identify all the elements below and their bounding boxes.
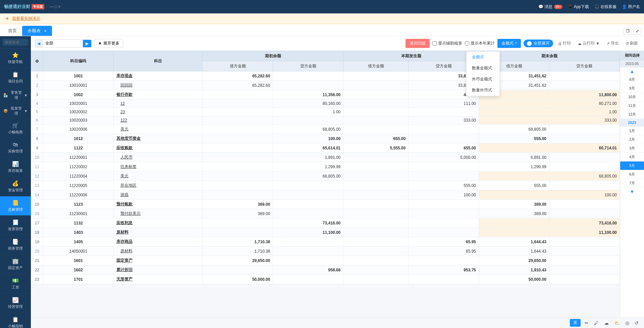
print-btn[interactable]: 🖨 打印 <box>556 39 573 48</box>
cell-name[interactable]: 应收账款 <box>113 143 202 153</box>
period-year-label-2023[interactable]: 2023 <box>620 119 644 127</box>
show-year-total-checkbox[interactable]: 显示本年累计 <box>465 41 495 46</box>
cell-name[interactable]: 原材料 <box>113 228 202 237</box>
cell-name[interactable]: 银行存款 <box>113 90 202 100</box>
cell-name[interactable]: 游戏 <box>113 190 202 200</box>
cell-name[interactable]: 预付账款 <box>113 200 202 209</box>
tab-balance[interactable]: 余额表 ✕ <box>22 26 52 36</box>
cell-name[interactable]: 所在地区 <box>113 181 202 190</box>
sidebar-item-quick-nav[interactable]: ⭐ 快捷导航 <box>0 49 31 68</box>
user-avatar[interactable]: 👤 用户名 <box>622 4 640 10</box>
window-restore-btn[interactable]: ❐ <box>624 28 632 35</box>
period-month-4[interactable]: 4月 <box>620 153 644 161</box>
sidebar-item-invoice[interactable]: 🧾 发票管理 <box>0 216 31 235</box>
cell-code[interactable]: 1001 <box>43 71 114 81</box>
cell-name[interactable]: 23 <box>113 108 202 116</box>
cell-name[interactable]: 固定资产 <box>113 256 202 265</box>
period-month-1[interactable]: 1月 <box>620 127 644 135</box>
cell-code[interactable]: 1403 <box>43 228 114 237</box>
cell-code[interactable]: 1002 <box>43 90 114 100</box>
sidebar-item-retail[interactable]: 🏪 零售管理 ▼ <box>0 87 31 103</box>
sidebar-item-expense[interactable]: 📋 小畅报销 <box>0 313 31 328</box>
cell-name[interactable]: 美元 <box>113 172 202 181</box>
cell-name[interactable]: 122 <box>113 116 202 125</box>
cell-name[interactable]: 回回回 <box>113 81 202 90</box>
style-btn[interactable]: 金额式 ^ <box>497 39 521 48</box>
refresh-btn[interactable]: ↺ 刷新 <box>624 39 640 48</box>
period-up-btn[interactable]: ▲ <box>620 67 644 75</box>
cell-code[interactable]: 14050001 <box>43 247 114 256</box>
cell-name[interactable]: 美元 <box>113 125 202 134</box>
expand-more-btn[interactable]: ▼ 展开更多 <box>94 39 123 48</box>
period-month-6[interactable]: 6月 <box>620 170 644 179</box>
dropdown-item-qty-amount[interactable]: 数量金额式 <box>467 63 499 74</box>
cell-name[interactable]: 原材料 <box>113 247 202 256</box>
sidebar-item-inventory[interactable]: 📊 库存核算 <box>0 157 31 177</box>
dropdown-item-amount[interactable]: 金额式 <box>467 52 499 63</box>
cell-name[interactable]: 累计折旧 <box>113 265 202 275</box>
tab-close-btn[interactable]: ✕ <box>44 29 47 33</box>
cell-code[interactable]: 11220005 <box>43 181 114 190</box>
messages-btn[interactable]: 💬 消息 99+ <box>538 4 562 10</box>
cell-code[interactable]: 11220004 <box>43 172 114 181</box>
dropdown-item-foreign-amount[interactable]: 外币金额式 <box>467 74 499 85</box>
sidebar-item-salary[interactable]: 💵 工资 <box>0 274 31 293</box>
period-down-btn[interactable]: ▼ <box>620 188 644 196</box>
period-month-10[interactable]: 10月 <box>620 93 644 102</box>
cell-code[interactable]: 10010001 <box>43 81 114 90</box>
back-to-old-btn[interactable]: 退回旧版 <box>406 39 430 48</box>
cell-code[interactable]: 10020003 <box>43 116 114 125</box>
cell-code[interactable]: 1601 <box>43 256 114 265</box>
search-fwd-btn[interactable]: ▶ <box>83 40 91 47</box>
demo-label[interactable]: 我要看实例演示 <box>12 16 40 21</box>
cloud-icon-btn[interactable]: ☁ <box>603 320 610 326</box>
window-expand-btn[interactable]: ⤢ <box>633 28 641 35</box>
period-month-9[interactable]: 9月 <box>620 84 644 93</box>
cell-name[interactable]: 库存商品 <box>113 237 202 247</box>
cell-name[interactable]: 人民币 <box>113 153 202 162</box>
cloud2-icon-btn[interactable]: ⛅ <box>613 320 621 326</box>
refresh-small-btn[interactable]: ↺ <box>633 320 640 326</box>
circle-icon-btn[interactable]: ◎ <box>624 320 631 326</box>
settings-gear-icon[interactable]: ⚙ <box>35 59 39 64</box>
dropdown-item-qty-foreign[interactable]: 数量外币式 <box>467 85 499 96</box>
export-btn[interactable]: ↗ 导出 <box>604 39 621 48</box>
pen-icon-btn[interactable]: 🖊 <box>593 320 600 326</box>
period-month-5[interactable]: 5月 <box>620 161 644 170</box>
cell-code[interactable]: 1405 <box>43 237 114 247</box>
sidebar-item-tax[interactable]: 📑 税务管理 <box>0 235 31 255</box>
search-back-btn[interactable]: ◀ <box>35 40 43 47</box>
cell-code[interactable]: 1012 <box>43 134 114 143</box>
edit-icon-btn[interactable]: ✏ <box>583 320 590 326</box>
cell-name[interactable]: 库存现金 <box>113 71 202 81</box>
period-month-11[interactable]: 11月 <box>620 102 644 110</box>
window-controls[interactable]: — □ × <box>50 4 61 9</box>
col-settings-header[interactable]: ⚙ <box>31 51 43 71</box>
show-auxiliary-checkbox[interactable]: 显示辅助核算 <box>432 41 462 46</box>
cell-code[interactable]: 11220006 <box>43 190 114 200</box>
cell-code[interactable]: 1122 <box>43 143 114 153</box>
search-input[interactable] <box>3 39 28 46</box>
period-month-7[interactable]: 7月 <box>620 179 644 188</box>
cell-code[interactable]: 11230001 <box>43 209 114 218</box>
sidebar-item-finance[interactable]: 💰 资金管理 <box>0 177 31 196</box>
tab-home[interactable]: 首页 <box>3 26 22 36</box>
online-service-btn[interactable]: 🎧 在线客服 <box>594 4 616 10</box>
cell-name[interactable]: 往来标签 <box>113 162 202 172</box>
period-month-12[interactable]: 12月 <box>620 110 644 119</box>
cell-code[interactable]: 10020006 <box>43 125 114 134</box>
cell-name[interactable]: 应收利息 <box>113 218 202 228</box>
sidebar-item-management[interactable]: 📈 经营管理 <box>0 293 31 313</box>
cell-code[interactable]: 10020002 <box>43 108 114 116</box>
cell-name[interactable]: 无形资产 <box>113 275 202 284</box>
cell-name[interactable]: 其他货币资金 <box>113 134 202 143</box>
period-month-2[interactable]: 2月 <box>620 135 644 144</box>
cell-code[interactable]: 1701 <box>43 275 114 284</box>
cell-code[interactable]: 1132 <box>43 218 114 228</box>
sidebar-item-purchase[interactable]: 🛍 采购管理 <box>0 138 31 157</box>
sidebar-item-wholesale[interactable]: 📦 批发管理 ▼ <box>0 103 31 119</box>
search-input[interactable] <box>43 40 83 47</box>
cell-code[interactable]: 1602 <box>43 265 114 275</box>
sidebar-item-project[interactable]: 📋 项目合同 <box>0 68 31 87</box>
cell-code[interactable]: 1123 <box>43 200 114 209</box>
